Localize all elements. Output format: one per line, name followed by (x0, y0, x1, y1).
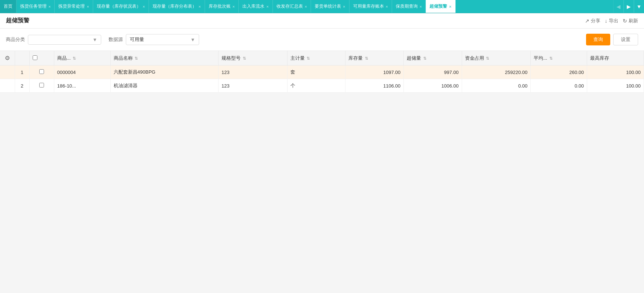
th-stock[interactable]: 库存量 ⇅ (345, 51, 404, 66)
header-actions: ↗ 分享 ↓ 导出 ↻ 刷新 (585, 18, 638, 24)
row-settings-0 (0, 66, 15, 79)
capital-sort-icon: ⇅ (486, 56, 489, 60)
th-unit-label: 主计量 (290, 55, 305, 61)
row-checkbox-cell-0 (29, 66, 54, 79)
product-category-group: 商品分类 ▼ (6, 35, 101, 45)
nav-arrows: ◀ ▶ ▼ (613, 0, 644, 13)
page-header: 超储预警 ↗ 分享 ↓ 导出 ↻ 刷新 (0, 13, 644, 29)
product-category-arrow-icon: ▼ (92, 37, 97, 42)
th-checkbox (29, 51, 54, 66)
th-overstock[interactable]: 超储量 ⇅ (403, 51, 462, 66)
th-spec[interactable]: 规格型号 ⇅ (219, 51, 288, 66)
select-all-checkbox[interactable] (33, 55, 37, 60)
nav-item-quality-check[interactable]: 保质期查询× (392, 0, 426, 13)
th-settings: ⚙ (0, 51, 15, 66)
overstock-sort-icon: ⇅ (423, 56, 427, 60)
th-capital[interactable]: 资金占用 ⇅ (462, 51, 531, 66)
close-icon-exception[interactable]: × (87, 4, 89, 9)
th-product-code-label: 商品... (57, 55, 71, 61)
row-avg-1: 0.00 (531, 79, 587, 93)
spec-sort-icon: ⇅ (243, 56, 246, 60)
product-category-select[interactable]: ▼ (28, 35, 101, 45)
close-icon-in-out-flow[interactable]: × (266, 4, 268, 9)
query-button[interactable]: 查询 (586, 34, 610, 45)
nav-item-order-stats[interactable]: 要货单统计表× (311, 0, 349, 13)
nav-item-exception[interactable]: 拣货异常处理× (55, 0, 93, 13)
settings-button[interactable]: 设置 (613, 34, 638, 45)
table-row: 2186-10...机油滤清器123个1106.001006.000.000.0… (0, 79, 644, 93)
row-spec-1: 123 (219, 79, 288, 93)
refresh-icon: ↻ (623, 18, 627, 24)
close-icon-inventory-dist[interactable]: × (198, 4, 201, 9)
row-product-code-0: 0000004 (54, 66, 110, 79)
th-capital-label: 资金占用 (465, 55, 484, 61)
th-stock-label: 库存量 (348, 55, 363, 61)
row-checkbox-1[interactable] (39, 83, 44, 88)
share-icon: ↗ (585, 18, 589, 24)
filter-actions: 查询 设置 (586, 34, 638, 45)
close-icon-task-mgmt[interactable]: × (48, 4, 51, 9)
row-capital-1: 0.00 (462, 79, 531, 93)
export-button[interactable]: ↓ 导出 (605, 18, 618, 24)
page-title: 超储预警 (6, 17, 29, 25)
close-icon-receive-send[interactable]: × (305, 4, 307, 9)
row-product-name-1: 机油滤清器 (110, 79, 218, 93)
row-num-1: 2 (15, 79, 29, 93)
row-spec-0: 123 (219, 66, 288, 79)
row-checkbox-cell-1 (29, 79, 54, 93)
row-max-stock-0: 100.00 (587, 66, 644, 79)
close-icon-quality-check[interactable]: × (420, 4, 422, 9)
row-checkbox-0[interactable] (39, 69, 44, 74)
nav-item-available-account[interactable]: 可用量库存账本× (350, 0, 392, 13)
refresh-button[interactable]: ↻ 刷新 (623, 18, 638, 24)
nav-item-inventory-status[interactable]: 现存量（库存状况表）× (93, 0, 149, 13)
nav-item-inventory-dist[interactable]: 现存量（库存分布表）× (149, 0, 205, 13)
nav-item-receive-send[interactable]: 收发存汇总表× (273, 0, 311, 13)
table-container: ⚙ 商品... ⇅ 商品名称 ⇅ 规格型号 ⇅ (0, 51, 644, 93)
data-source-arrow-icon: ▼ (190, 37, 195, 42)
unit-sort-icon: ⇅ (307, 56, 310, 60)
th-product-code[interactable]: 商品... ⇅ (54, 51, 110, 66)
close-icon-available-account[interactable]: × (386, 4, 388, 9)
table-row: 10000004六配套新昌490BPG123套1097.00997.002592… (0, 66, 644, 79)
th-max-stock: 最高库存 (587, 51, 644, 66)
product-code-sort-icon: ⇅ (73, 56, 76, 60)
export-icon: ↓ (605, 18, 607, 24)
th-max-stock-label: 最高库存 (590, 55, 609, 61)
nav-arrow-left[interactable]: ◀ (613, 0, 623, 13)
data-source-select[interactable]: 可用量 ▼ (126, 34, 199, 45)
close-icon-overstock-warning[interactable]: × (449, 4, 451, 9)
th-spec-label: 规格型号 (222, 55, 241, 61)
row-capital-0: 259220.00 (462, 66, 531, 79)
product-name-sort-icon: ⇅ (135, 56, 138, 60)
th-avg-label: 平均... (534, 55, 547, 61)
table-body: 10000004六配套新昌490BPG123套1097.00997.002592… (0, 66, 644, 93)
nav-item-in-out-flow[interactable]: 出入库流水× (239, 0, 272, 13)
avg-sort-icon: ⇅ (549, 56, 553, 60)
nav-item-task-mgmt[interactable]: 拣货任务管理× (17, 0, 55, 13)
data-source-group: 数据源 可用量 ▼ (109, 34, 199, 45)
close-icon-inventory-status[interactable]: × (143, 4, 145, 9)
row-avg-0: 260.00 (531, 66, 587, 79)
row-stock-1: 1106.00 (345, 79, 404, 93)
close-icon-order-stats[interactable]: × (343, 4, 345, 9)
th-unit[interactable]: 主计量 ⇅ (287, 51, 345, 66)
table-header-row: ⚙ 商品... ⇅ 商品名称 ⇅ 规格型号 ⇅ (0, 51, 644, 66)
nav-arrow-expand[interactable]: ▼ (634, 0, 644, 13)
row-unit-0: 套 (287, 66, 345, 79)
th-overstock-label: 超储量 (407, 55, 421, 61)
th-num (15, 51, 29, 66)
th-avg[interactable]: 平均... ⇅ (531, 51, 587, 66)
row-num-0: 1 (15, 66, 29, 79)
nav-item-home[interactable]: 首页 (0, 0, 17, 13)
nav-arrow-right[interactable]: ▶ (623, 0, 634, 13)
table-settings-icon[interactable]: ⚙ (3, 55, 12, 62)
nav-item-overstock-warning[interactable]: 超储预警× (426, 0, 455, 13)
data-source-value: 可用量 (130, 36, 144, 43)
share-button[interactable]: ↗ 分享 (585, 18, 600, 24)
close-icon-batch-account[interactable]: × (233, 4, 235, 9)
nav-item-batch-account[interactable]: 库存批次账× (205, 0, 239, 13)
th-product-name[interactable]: 商品名称 ⇅ (110, 51, 218, 66)
row-max-stock-1: 100.00 (587, 79, 644, 93)
row-product-name-0: 六配套新昌490BPG (110, 66, 218, 79)
